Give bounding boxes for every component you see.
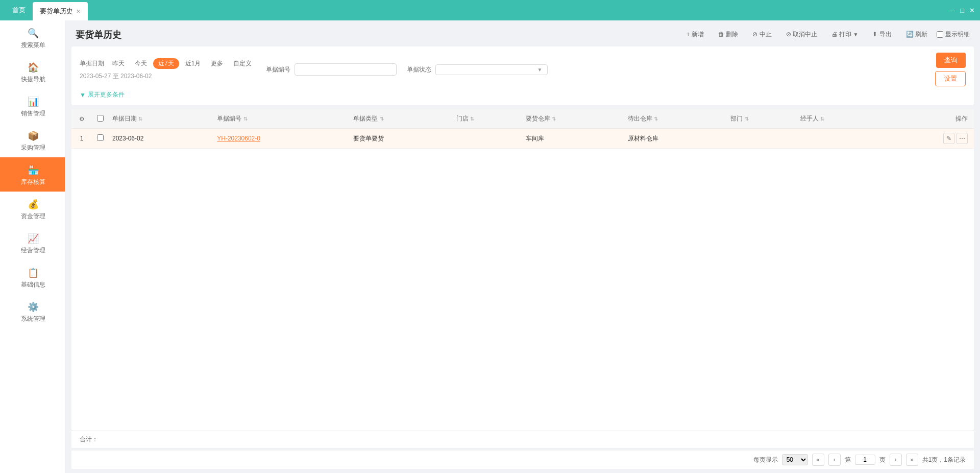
row-doc-type: 要货单要货 bbox=[349, 129, 452, 149]
home-icon: 🏠 bbox=[28, 62, 39, 73]
query-button[interactable]: 查询 bbox=[936, 53, 966, 68]
row-handler bbox=[796, 129, 882, 149]
sort-icon[interactable]: ⇅ bbox=[745, 116, 749, 122]
filter-area: 单据日期 昨天 今天 近7天 近1月 更多 自定义 2023-05-27 至 2… bbox=[71, 46, 974, 105]
date-filter: 单据日期 昨天 今天 近7天 近1月 更多 自定义 2023-05-27 至 2… bbox=[80, 58, 256, 81]
doc-no-input[interactable] bbox=[295, 63, 397, 76]
date-btn-custom[interactable]: 自定义 bbox=[229, 58, 256, 69]
sidebar-item-inventory[interactable]: 🏪 库存核算 bbox=[0, 157, 65, 192]
col-req-warehouse: 要货仓库 ⇅ bbox=[522, 109, 624, 129]
window-close[interactable]: ✕ bbox=[969, 7, 975, 14]
row-checkbox[interactable] bbox=[97, 134, 104, 141]
select-all-checkbox[interactable] bbox=[97, 115, 104, 122]
page-prev-button[interactable]: ‹ bbox=[828, 454, 841, 466]
row-index: 1 bbox=[71, 129, 92, 149]
sidebar-item-system[interactable]: ⚙️ 系统管理 bbox=[0, 294, 65, 328]
col-doc-no: 单据编号 ⇅ bbox=[213, 109, 349, 129]
doc-no-link[interactable]: YH-20230602-0 bbox=[217, 135, 260, 142]
window-minimize[interactable]: — bbox=[948, 7, 955, 14]
table-header-row: ⚙ 单据日期 ⇅ 单据编号 ⇅ 单据类型 bbox=[71, 109, 974, 129]
sort-icon[interactable]: ⇅ bbox=[243, 116, 248, 122]
row-doc-no: YH-20230602-0 bbox=[213, 129, 349, 149]
print-button[interactable]: 🖨 打印 ▼ bbox=[826, 28, 863, 41]
sidebar-item-operation[interactable]: 📈 经营管理 bbox=[0, 226, 65, 260]
tab-home[interactable]: 首页 bbox=[5, 0, 33, 20]
col-handler: 经手人 ⇅ bbox=[796, 109, 882, 129]
table-row: 1 2023-06-02 YH-20230602-0 要货单要货 车间库 原材料… bbox=[71, 129, 974, 149]
tab-history[interactable]: 要货单历史 ✕ bbox=[33, 2, 88, 20]
sort-icon[interactable]: ⇅ bbox=[138, 116, 142, 122]
filter-row: 单据日期 昨天 今天 近7天 近1月 更多 自定义 2023-05-27 至 2… bbox=[80, 53, 966, 86]
stop-button[interactable]: ⊘ 中止 bbox=[747, 28, 776, 41]
date-buttons: 昨天 今天 近7天 近1月 更多 自定义 bbox=[108, 58, 256, 69]
display-detail-checkbox[interactable] bbox=[937, 31, 943, 38]
data-table: ⚙ 单据日期 ⇅ 单据编号 ⇅ 单据类型 bbox=[71, 109, 974, 149]
sort-icon[interactable]: ⇅ bbox=[654, 116, 658, 122]
add-button[interactable]: + 新增 bbox=[681, 28, 709, 41]
row-department bbox=[726, 129, 796, 149]
page-next-button[interactable]: › bbox=[890, 454, 902, 466]
pagination-bar: 每页显示 50 10 20 100 « ‹ 第 页 › » 共1页，1条记录 bbox=[71, 450, 974, 469]
sidebar-item-sales[interactable]: 📊 销售管理 bbox=[0, 89, 65, 123]
sort-icon[interactable]: ⇅ bbox=[380, 116, 384, 122]
col-check bbox=[92, 109, 108, 129]
col-department: 部门 ⇅ bbox=[726, 109, 796, 129]
page-number-input[interactable] bbox=[855, 455, 875, 465]
row-edit-button[interactable]: ✎ bbox=[943, 133, 954, 144]
purchase-icon: 📦 bbox=[28, 130, 39, 141]
date-btn-7days[interactable]: 近7天 bbox=[153, 58, 179, 69]
sidebar-item-search[interactable]: 🔍 搜索菜单 bbox=[0, 20, 65, 55]
expand-conditions-button[interactable]: ▼ 展开更多条件 bbox=[80, 90, 966, 99]
status-select[interactable]: ▼ bbox=[435, 64, 548, 75]
cancel-stop-button[interactable]: ⊘ 取消中止 bbox=[781, 28, 822, 41]
search-icon: 🔍 bbox=[28, 28, 39, 39]
sort-icon[interactable]: ⇅ bbox=[820, 116, 824, 122]
content-area: 要货单历史 + 新增 🗑 删除 ⊘ 中止 ⊘ 取消中止 🖨 打印 ▼ bbox=[65, 20, 980, 473]
date-btn-today[interactable]: 今天 bbox=[131, 58, 151, 69]
col-store: 门店 ⇅ bbox=[452, 109, 522, 129]
delete-button[interactable]: 🗑 删除 bbox=[713, 28, 743, 41]
status-filter: 单据状态 ▼ bbox=[407, 64, 548, 75]
chevron-down-icon: ▼ bbox=[853, 32, 858, 37]
col-doc-type: 单据类型 ⇅ bbox=[349, 109, 452, 129]
settings-button[interactable]: 设置 bbox=[935, 71, 966, 86]
date-btn-more[interactable]: 更多 bbox=[207, 58, 227, 69]
page-first-button[interactable]: « bbox=[812, 454, 824, 466]
sidebar-item-finance[interactable]: 💰 资金管理 bbox=[0, 192, 65, 226]
window-maximize[interactable]: □ bbox=[960, 7, 964, 14]
system-icon: ⚙️ bbox=[28, 301, 39, 313]
col-pending-warehouse: 待出仓库 ⇅ bbox=[624, 109, 727, 129]
sidebar: 🔍 搜索菜单 🏠 快捷导航 📊 销售管理 📦 采购管理 🏪 库存核算 💰 资金管… bbox=[0, 20, 65, 473]
row-store bbox=[452, 129, 522, 149]
per-page-select[interactable]: 50 10 20 100 bbox=[782, 454, 808, 465]
doc-no-label: 单据编号 bbox=[266, 65, 290, 74]
date-filter-label: 单据日期 bbox=[80, 59, 104, 68]
export-button[interactable]: ⬆ 导出 bbox=[867, 28, 896, 41]
row-checkbox-cell bbox=[92, 129, 108, 149]
chevron-down-icon: ▼ bbox=[80, 91, 86, 99]
col-date: 单据日期 ⇅ bbox=[108, 109, 213, 129]
refresh-button[interactable]: 🔄 刷新 bbox=[901, 28, 933, 41]
date-range-display: 2023-05-27 至 2023-06-02 bbox=[80, 72, 256, 81]
sidebar-item-quick-nav[interactable]: 🏠 快捷导航 bbox=[0, 55, 65, 89]
chevron-down-icon: ▼ bbox=[537, 67, 542, 73]
page-header: 要货单历史 + 新增 🗑 删除 ⊘ 中止 ⊘ 取消中止 🖨 打印 ▼ bbox=[65, 20, 980, 46]
col-settings[interactable]: ⚙ bbox=[71, 109, 92, 129]
date-btn-yesterday[interactable]: 昨天 bbox=[108, 58, 129, 69]
sort-icon[interactable]: ⇅ bbox=[470, 116, 474, 122]
main-layout: 🔍 搜索菜单 🏠 快捷导航 📊 销售管理 📦 采购管理 🏪 库存核算 💰 资金管… bbox=[0, 20, 980, 473]
sidebar-item-basic[interactable]: 📋 基础信息 bbox=[0, 260, 65, 294]
row-delete-button[interactable]: ⋯ bbox=[957, 133, 968, 144]
row-req-warehouse: 车间库 bbox=[522, 129, 624, 149]
row-ops-cell: ✎ ⋯ bbox=[882, 129, 974, 149]
display-detail-toggle[interactable]: 显示明细 bbox=[937, 30, 970, 39]
tab-close-icon[interactable]: ✕ bbox=[76, 8, 81, 15]
sort-icon[interactable]: ⇅ bbox=[552, 116, 556, 122]
sidebar-item-purchase[interactable]: 📦 采购管理 bbox=[0, 123, 65, 157]
finance-icon: 💰 bbox=[28, 199, 39, 210]
table-wrap: ⚙ 单据日期 ⇅ 单据编号 ⇅ 单据类型 bbox=[71, 109, 974, 431]
basic-icon: 📋 bbox=[28, 267, 39, 278]
date-btn-1month[interactable]: 近1月 bbox=[181, 58, 205, 69]
page-last-button[interactable]: » bbox=[906, 454, 918, 466]
inventory-icon: 🏪 bbox=[28, 164, 39, 176]
